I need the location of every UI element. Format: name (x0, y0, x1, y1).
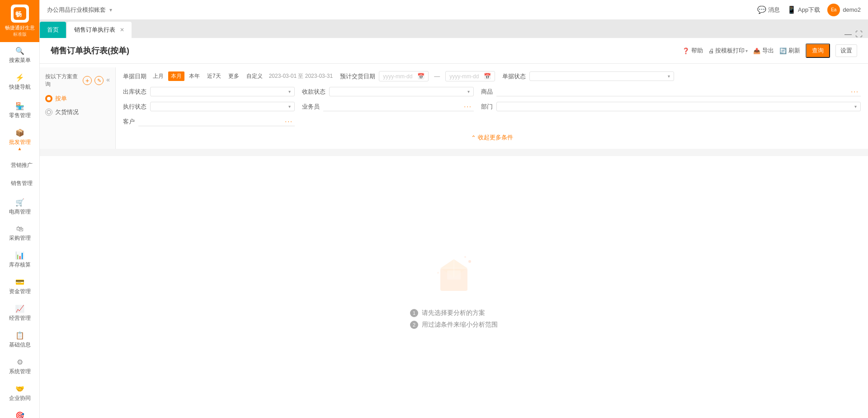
sidebar-item-newcomer[interactable]: 🎯 新手引导 (0, 407, 39, 418)
app-download-action[interactable]: 📱 App下载 (787, 5, 820, 14)
tab-sales-order[interactable]: 销售订单执行表 ✕ (67, 22, 132, 38)
sidebar-item-basic-info[interactable]: 📋 基础信息 (0, 327, 39, 353)
department-select[interactable]: ▾ (496, 102, 861, 111)
scheme-item-debt[interactable]: 欠货情况 (40, 105, 115, 119)
payment-arrow-icon: ▾ (467, 89, 470, 94)
chevron-up-icon: ⌃ (471, 134, 476, 141)
payment-field: 收款状态 ▾ (302, 87, 474, 96)
help-button[interactable]: ❓ 帮助 (682, 47, 703, 55)
expected-date-end-placeholder: yyyy-mm-dd (449, 73, 479, 80)
scheme-item-order[interactable]: 按单 (40, 92, 115, 105)
date-range-separator: — (432, 73, 442, 80)
tab-maximize-icon[interactable]: ⛶ (855, 31, 863, 38)
newcomer-icon: 🎯 (15, 411, 24, 418)
product-input[interactable]: ··· (496, 87, 861, 96)
product-dots-icon[interactable]: ··· (851, 88, 859, 95)
add-scheme-button[interactable]: + (83, 76, 92, 85)
sidebar-item-quick-nav[interactable]: ⚡ 快捷导航 (0, 69, 39, 95)
tab-close-icon[interactable]: ✕ (120, 27, 124, 33)
sidebar-logo[interactable]: 畅 畅捷通好生意 标准版 (0, 0, 39, 42)
payment-select[interactable]: ▾ (329, 87, 474, 96)
filter-row-4: 客户 ··· (123, 117, 861, 126)
collapse-scheme-button[interactable]: « (106, 76, 110, 85)
expected-date-start-input[interactable]: yyyy-mm-dd 📅 (379, 71, 429, 81)
message-action[interactable]: 💬 消息 (757, 5, 780, 14)
svg-rect-8 (447, 271, 461, 280)
salesperson-field: 业务员 ··· (302, 102, 474, 111)
sidebar-item-wholesale[interactable]: 📦 批发管理 ▲ (0, 124, 39, 156)
outbound-select[interactable]: ▾ (150, 87, 295, 96)
date-this-month[interactable]: 本月 (168, 71, 184, 81)
tab-minimize-icon[interactable]: — (844, 31, 852, 38)
empty-state: 1 请先选择要分析的方案 2 用过滤条件来缩小分析范围 (40, 156, 868, 418)
app-download-icon: 📱 (787, 5, 796, 14)
sidebar-label-wholesale: 批发管理 (9, 138, 31, 146)
sidebar-item-marketing[interactable]: 营销推广 (0, 156, 39, 174)
tip-1-text: 请先选择要分析的方案 (422, 309, 485, 317)
print-icon: 🖨 (708, 48, 714, 54)
sidebar-item-operation[interactable]: 📈 经营管理 (0, 300, 39, 327)
sidebar-item-search-menu[interactable]: 🔍 搜索菜单 (0, 42, 39, 69)
print-button[interactable]: 🖨 按模板打印 ▾ (708, 47, 748, 55)
salesperson-input[interactable]: ··· (323, 102, 474, 111)
sidebar-item-finance[interactable]: 💳 资金管理 (0, 273, 39, 300)
empty-tips: 1 请先选择要分析的方案 2 用过滤条件来缩小分析范围 (410, 309, 498, 329)
main-content: 办公用品行业模拟账套 ▾ 💬 消息 📱 App下载 Ea demo2 首页 (40, 0, 868, 418)
svg-point-3 (47, 110, 51, 114)
app-subtitle: 标准版 (13, 31, 27, 38)
tabbar: 首页 销售订单执行表 ✕ — ⛶ (40, 20, 868, 38)
sidebar-label-finance: 资金管理 (9, 288, 31, 295)
topbar-left: 办公用品行业模拟账套 ▾ (47, 6, 112, 14)
salesperson-dots-icon[interactable]: ··· (464, 103, 472, 110)
sidebar-item-system[interactable]: ⚙ 系统管理 (0, 353, 39, 380)
expected-date-end-input[interactable]: yyyy-mm-dd 📅 (445, 71, 495, 81)
customer-dots-icon[interactable]: ··· (285, 118, 293, 125)
customer-input[interactable]: ··· (138, 117, 295, 126)
date-this-year[interactable]: 本年 (186, 71, 203, 81)
status-select[interactable]: ▾ (529, 71, 674, 81)
query-button[interactable]: 查询 (806, 43, 830, 58)
topbar-dropdown-icon[interactable]: ▾ (109, 7, 112, 13)
tab-home[interactable]: 首页 (40, 22, 66, 38)
sidebar-label-marketing: 营销推广 (11, 162, 33, 169)
date-custom[interactable]: 自定义 (244, 71, 265, 81)
refresh-icon: 🔄 (779, 48, 787, 54)
product-label: 商品 (481, 88, 493, 96)
export-button[interactable]: 📤 导出 (753, 47, 774, 55)
department-arrow-icon: ▾ (854, 104, 857, 109)
sidebar-item-sales[interactable]: 销售管理 (0, 174, 39, 192)
sidebar-label-operation: 经营管理 (9, 314, 31, 322)
sidebar-label-system: 系统管理 (9, 368, 31, 375)
execution-select[interactable]: ▾ (150, 102, 295, 111)
edit-scheme-button[interactable]: ✎ (94, 76, 104, 85)
sidebar-item-retail[interactable]: 🏪 零售管理 (0, 97, 39, 124)
sidebar-label-search: 搜索菜单 (9, 57, 31, 64)
sidebar-item-inventory[interactable]: 📊 库存核算 (0, 247, 39, 273)
page-title: 销售订单执行表(按单) (51, 45, 129, 62)
query-label: 查询 (812, 47, 824, 55)
refresh-button[interactable]: 🔄 刷新 (779, 47, 800, 55)
date-more[interactable]: 更多 (226, 71, 242, 81)
sidebar-item-purchase[interactable]: 🛍 采购管理 (0, 220, 39, 247)
collapse-more-button[interactable]: ⌃ 收起更多条件 (123, 132, 861, 145)
tip-2-num: 2 (410, 321, 418, 329)
customer-field: 客户 ··· (123, 117, 295, 126)
user-action[interactable]: Ea demo2 (827, 4, 861, 16)
settings-label: 设置 (840, 47, 852, 55)
sidebar-item-enterprise[interactable]: 🤝 企业协同 (0, 380, 39, 407)
customer-label: 客户 (123, 118, 135, 126)
settings-button[interactable]: 设置 (835, 44, 857, 57)
topbar-right: 💬 消息 📱 App下载 Ea demo2 (757, 4, 861, 16)
date-last-7-days[interactable]: 近7天 (204, 71, 224, 81)
username: demo2 (843, 6, 861, 13)
svg-point-9 (468, 260, 471, 263)
help-label: 帮助 (691, 47, 703, 55)
date-options: 上月 本月 本年 近7天 更多 自定义 (150, 71, 265, 81)
status-label: 单据状态 (502, 72, 526, 81)
sidebar-item-ecommerce[interactable]: 🛒 电商管理 (0, 194, 39, 220)
empty-tip-2: 2 用过滤条件来缩小分析范围 (410, 321, 498, 329)
status-arrow-icon: ▾ (668, 74, 670, 79)
date-last-month[interactable]: 上月 (150, 71, 166, 81)
svg-point-2 (47, 97, 51, 100)
execution-field: 执行状态 ▾ (123, 102, 295, 111)
